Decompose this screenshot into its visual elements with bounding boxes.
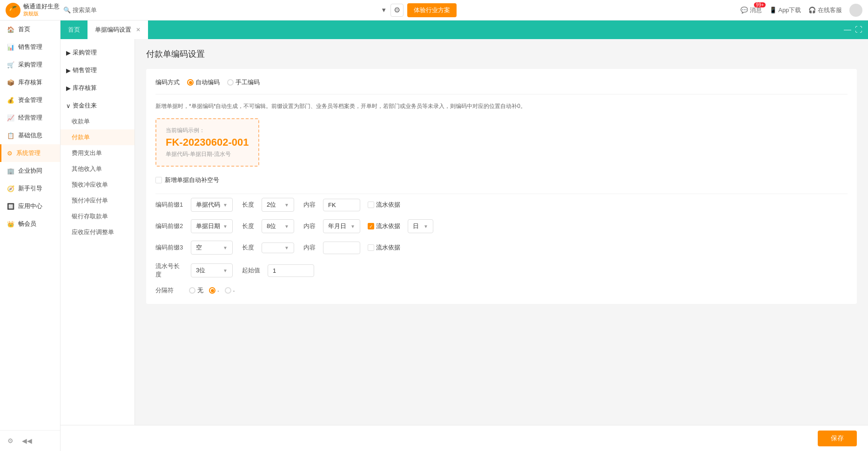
sidebar-item-member[interactable]: 👑 畅会员: [0, 215, 60, 233]
sidebar-settings-btn[interactable]: ⚙: [4, 434, 17, 447]
sidebar-item-enterprise[interactable]: 🏢 企业协同: [0, 162, 60, 180]
message-btn[interactable]: 💬 消息 99+: [740, 6, 762, 14]
prefix1-select[interactable]: 单据代码 ▼: [191, 198, 233, 212]
sidebar-item-purchase[interactable]: 🛒 采购管理: [0, 56, 60, 74]
submenu-item-bank-deposit[interactable]: 银行存取款单: [61, 209, 135, 224]
stream2-group: ✓ 流水依据: [368, 222, 400, 230]
auto-radio[interactable]: 自动编码: [187, 78, 220, 87]
auto-radio-btn[interactable]: [187, 79, 194, 86]
content1-input[interactable]: [323, 199, 360, 211]
divider1: [155, 194, 848, 194]
app-download-btn[interactable]: 📱 App下载: [769, 6, 801, 14]
save-button[interactable]: 保存: [818, 431, 857, 446]
separator-row: 分隔符 无 · ·: [155, 286, 848, 295]
submenu-item-expense[interactable]: 费用支出单: [61, 145, 135, 161]
content-wrapper: ▶ 采购管理 ▶ 销售管理 ▶ 库存核算: [61, 39, 868, 425]
topbar-right: 💬 消息 99+ 📱 App下载 🎧 在线客服: [740, 4, 862, 17]
sidebar-item-finance[interactable]: 💰 资金管理: [0, 91, 60, 109]
submenu-item-prepay-receivable[interactable]: 预收冲应收单: [61, 177, 135, 193]
stream3-checkbox[interactable]: [368, 244, 374, 251]
stream1-group: 流水依据: [368, 201, 400, 209]
sidebar-item-app-center[interactable]: 🔲 应用中心: [0, 197, 60, 215]
member-icon: 👑: [7, 221, 14, 228]
logo: 🍊 畅通道好生意 旗舰版: [6, 3, 60, 18]
sep-dash-radio-btn[interactable]: [209, 287, 215, 294]
encoding-method-label: 编码方式: [155, 78, 180, 87]
sep-none-radio[interactable]: 无: [189, 286, 203, 295]
main-layout: 🏠 首页 📊 销售管理 🛒 采购管理 📦 库存核算 💰 资金管理 📈 经营管理 …: [0, 20, 868, 451]
content2-select[interactable]: 年月日 ▼: [323, 219, 360, 233]
prefix3-row: 编码前缀3 空 ▼ 长度 ▼ 内容: [155, 241, 848, 255]
auto-fill-row: 新增单据自动补空号: [155, 176, 848, 184]
stream1-checkbox[interactable]: [368, 202, 374, 208]
topbar: 🍊 畅通道好生意 旗舰版 🔍 搜索菜单 ▼ ⚙ 体验行业方案 💬 消息 99+ …: [0, 0, 868, 20]
length2-label: 长度: [242, 222, 254, 230]
serial-arrow: ▼: [223, 268, 228, 273]
submenu-group-sales: ▶ 销售管理: [61, 62, 135, 78]
manual-radio-btn[interactable]: [227, 79, 234, 86]
sep-none-radio-btn[interactable]: [189, 287, 195, 294]
content3-label: 内容: [303, 243, 316, 252]
content3-input[interactable]: [323, 242, 360, 254]
length2-select[interactable]: 8位 ▼: [262, 219, 294, 233]
finance-icon: 💰: [7, 97, 14, 104]
manual-radio[interactable]: 手工编码: [227, 78, 260, 87]
submenu-item-receipt[interactable]: 收款单: [61, 114, 135, 129]
length3-select[interactable]: ▼: [262, 242, 294, 253]
sub-menu: ▶ 采购管理 ▶ 销售管理 ▶ 库存核算: [61, 39, 135, 425]
sep-dash-radio[interactable]: ·: [209, 287, 219, 294]
submenu-arrow-purchase: ▶: [66, 49, 71, 56]
tab-close-icon[interactable]: ✕: [136, 27, 141, 33]
prefix2-select[interactable]: 单据日期 ▼: [191, 219, 233, 233]
submenu-item-other-income[interactable]: 其他收入单: [61, 161, 135, 177]
auto-fill-checkbox[interactable]: [155, 177, 162, 183]
search-icon: 🔍: [63, 7, 71, 13]
sidebar-item-system[interactable]: ⚙ 系统管理: [0, 144, 60, 162]
start-value-input[interactable]: [268, 264, 314, 277]
search-menu-btn[interactable]: 🔍 搜索菜单: [63, 6, 97, 14]
submenu-title-inventory[interactable]: ▶ 库存核算: [61, 80, 135, 96]
message-icon: 💬: [740, 7, 748, 13]
home-icon: 🏠: [7, 26, 14, 33]
sidebar-item-guide[interactable]: 🧭 新手引导: [0, 180, 60, 197]
sidebar-item-home[interactable]: 🏠 首页: [0, 20, 60, 38]
length1-select[interactable]: 2位 ▼: [262, 198, 294, 212]
encoding-radio-group: 自动编码 手工编码: [187, 78, 260, 87]
page-title: 付款单编码设置: [146, 48, 857, 60]
submenu-item-payable-adjust[interactable]: 应收应付调整单: [61, 224, 135, 240]
settings-gear-btn[interactable]: ⚙: [390, 4, 404, 17]
prefix2-label: 编码前缀2: [155, 222, 183, 230]
app-center-icon: 🔲: [7, 203, 14, 210]
sales-icon: 📊: [7, 44, 14, 51]
topbar-center: ▼ ⚙ 体验行业方案: [381, 3, 457, 17]
submenu-title-purchase[interactable]: ▶ 采购管理: [61, 45, 135, 61]
submenu-title-sales[interactable]: ▶ 销售管理: [61, 62, 135, 78]
sidebar-item-operation[interactable]: 📈 经营管理: [0, 109, 60, 127]
tabbar-minimize-btn[interactable]: —: [844, 26, 851, 34]
prefix1-label: 编码前缀1: [155, 201, 183, 209]
online-service-btn[interactable]: 🎧 在线客服: [808, 6, 842, 14]
enterprise-icon: 🏢: [7, 168, 14, 175]
tab-home[interactable]: 首页: [61, 20, 87, 39]
stream2-checkbox[interactable]: ✓: [368, 223, 374, 229]
user-avatar[interactable]: [849, 4, 862, 17]
stream2-unit-select[interactable]: 日 ▼: [408, 219, 433, 233]
sidebar-collapse-btn[interactable]: ◀◀: [20, 434, 34, 447]
submenu-item-prepay-payable[interactable]: 预付冲应付单: [61, 193, 135, 209]
sidebar-item-basic[interactable]: 📋 基础信息: [0, 127, 60, 144]
stream2-unit-arrow: ▼: [424, 224, 428, 229]
submenu-title-finance[interactable]: ∨ 资金往来: [61, 98, 135, 114]
serial-length-select[interactable]: 3位 ▼: [191, 263, 233, 277]
tabbar-maximize-btn[interactable]: ⛶: [855, 26, 862, 34]
prefix3-select[interactable]: 空 ▼: [191, 241, 233, 255]
inventory-icon: 📦: [7, 79, 14, 86]
separator-label: 分隔符: [155, 286, 183, 295]
tab-encoding[interactable]: 单据编码设置 ✕: [87, 20, 148, 39]
trial-btn[interactable]: 体验行业方案: [407, 3, 457, 17]
sep-other-radio[interactable]: ·: [225, 287, 235, 294]
sep-other-radio-btn[interactable]: [225, 287, 231, 294]
submenu-item-payment[interactable]: 付款单: [61, 129, 135, 145]
sidebar-item-sales[interactable]: 📊 销售管理: [0, 38, 60, 56]
sidebar-item-inventory[interactable]: 📦 库存核算: [0, 74, 60, 91]
dropdown-btn[interactable]: ▼: [381, 7, 387, 13]
